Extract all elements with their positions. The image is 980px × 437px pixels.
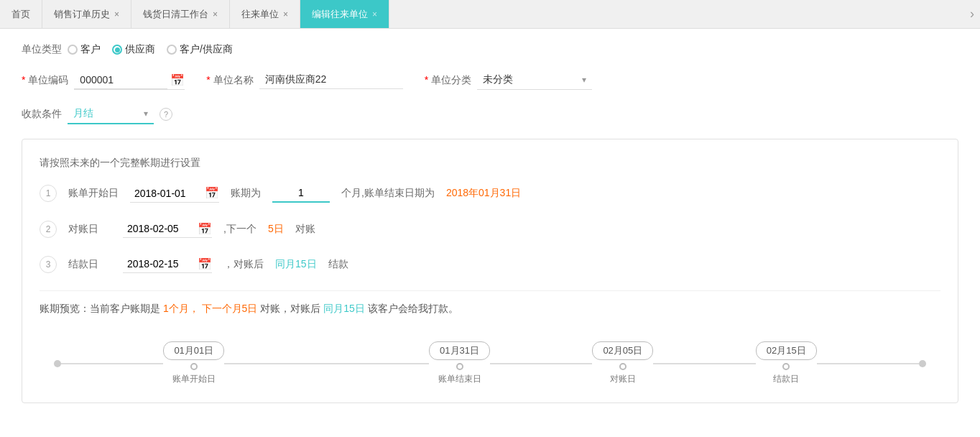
row3-suffix-after: 结款 (328, 258, 348, 271)
row3-date-input[interactable] (123, 255, 195, 272)
row1-mid-label: 账期为 (231, 187, 261, 200)
unit-type-label: 单位类型 (22, 43, 62, 56)
radio-customer[interactable]: 客户 (68, 43, 101, 56)
tl-connector-1 (224, 363, 429, 364)
tl-dot-1 (190, 363, 198, 370)
tl-connector-2 (490, 363, 592, 364)
help-text: ? (164, 110, 168, 119)
payment-terms-group: 收款条件 月结 ▾ ? (22, 104, 172, 124)
unit-category-value: 未分类 (483, 73, 576, 86)
row2-date-wrap: 📅 (123, 220, 212, 238)
timeline-end-dot (919, 360, 926, 367)
tab-partner-units-close[interactable]: × (283, 9, 288, 19)
preview-2: 下一个月5日 (202, 303, 258, 314)
radio-customer-circle (68, 45, 78, 55)
tl-pill-2: 01月31日 (429, 341, 490, 360)
payment-terms-row: 收款条件 月结 ▾ ? (22, 104, 958, 124)
unit-code-input-wrap: 📅 (74, 71, 185, 90)
unit-code-icon[interactable]: 📅 (170, 73, 185, 87)
preview-mid: 对账，对账后 (260, 303, 320, 314)
unit-code-label: 单位编码 (22, 74, 68, 87)
preview-section: 账期预览：当前客户账期是 1个月， 下一个月5日 对账，对账后 同月15日 该客… (40, 290, 940, 327)
tab-partner-units[interactable]: 往来单位 × (230, 0, 300, 28)
row3-calendar-icon[interactable]: 📅 (198, 257, 212, 271)
tl-connector-0 (61, 363, 163, 364)
preview-end: 该客户会给我打款。 (368, 303, 458, 314)
payment-terms-chevron: ▾ (144, 109, 148, 119)
unit-category-select[interactable]: 未分类 ▾ (477, 70, 592, 90)
tl-milestone-4: 02月15日 结款日 (756, 341, 817, 385)
row3-highlight: 同月15日 (275, 258, 317, 271)
tab-sales-order-history[interactable]: 销售订单历史 × (42, 0, 131, 28)
radio-supplier-circle (112, 45, 122, 55)
unit-name-label: 单位名称 (206, 74, 253, 87)
row2-highlight: 5日 (268, 223, 284, 236)
unit-type-row: 单位类型 客户 供应商 客户/供应商 (22, 43, 958, 56)
tab-cash-goods-workbench-close[interactable]: × (213, 9, 218, 19)
period-input[interactable] (272, 184, 330, 203)
unit-code-input[interactable] (74, 71, 167, 89)
unit-category-group: 单位分类 未分类 ▾ (425, 70, 592, 90)
row2-suffix-before: ,下一个 (223, 223, 256, 236)
row2-suffix-after: 对账 (295, 223, 315, 236)
payment-terms-select[interactable]: 月结 ▾ (68, 104, 154, 124)
tab-arrow[interactable]: › (964, 0, 980, 28)
row2-date-input[interactable] (123, 220, 195, 237)
unit-category-label: 单位分类 (425, 74, 471, 87)
tl-pill-3: 02月05日 (592, 341, 653, 360)
row3-suffix-before: ，对账后 (223, 258, 264, 271)
tab-edit-partner-units[interactable]: 编辑往来单位 × (300, 0, 389, 28)
radio-customer-supplier[interactable]: 客户/供应商 (167, 43, 233, 56)
preview-3: 同月15日 (323, 303, 365, 314)
arrow-right-icon: › (970, 6, 974, 22)
tab-home[interactable]: 首页 (0, 0, 42, 28)
row1-suffix: 个月,账单结束日期为 (341, 187, 435, 200)
tab-bar: 首页 销售订单历史 × 钱货日清工作台 × 往来单位 × 编辑往来单位 × › (0, 0, 980, 29)
unit-name-input[interactable] (259, 71, 403, 89)
tl-dot-2 (456, 363, 463, 370)
timeline-row-1: 1 账单开始日 📅 账期为 个月,账单结束日期为 2018年01月31日 (40, 184, 940, 203)
help-icon[interactable]: ? (160, 108, 172, 121)
row2-label: 对账日 (68, 223, 111, 236)
unit-code-group: 单位编码 📅 (22, 71, 185, 90)
unit-name-group: 单位名称 (206, 71, 402, 89)
preview-1: 1个月， (163, 303, 199, 314)
row1-label: 账单开始日 (68, 187, 119, 200)
step-num-3: 3 (40, 256, 57, 273)
card-section: 请按照未来的一个完整帐期进行设置 1 账单开始日 📅 账期为 个月,账单结束日期… (22, 139, 958, 403)
row2-calendar-icon[interactable]: 📅 (198, 222, 212, 236)
unit-info-row: 单位编码 📅 单位名称 单位分类 未分类 ▾ (22, 70, 958, 90)
tl-pill-1: 01月01日 (163, 341, 224, 360)
tl-connector-4 (817, 363, 919, 364)
tl-milestone-1: 01月01日 账单开始日 (163, 341, 224, 385)
radio-customer-supplier-label: 客户/供应商 (180, 43, 233, 56)
tab-edit-partner-units-close[interactable]: × (372, 9, 377, 19)
tab-partner-units-label: 往来单位 (241, 8, 279, 21)
row1-calendar-icon[interactable]: 📅 (205, 186, 219, 200)
tl-milestone-2: 01月31日 账单结束日 (429, 341, 490, 385)
radio-supplier[interactable]: 供应商 (112, 43, 155, 56)
step-num-1: 1 (40, 185, 57, 202)
tl-label-4: 结款日 (773, 373, 799, 385)
chevron-down-icon: ▾ (582, 75, 586, 85)
timeline-start-dot (54, 360, 61, 367)
tab-sales-order-history-label: 销售订单历史 (54, 8, 110, 21)
radio-supplier-label: 供应商 (125, 43, 155, 56)
row1-date-wrap: 📅 (130, 185, 219, 203)
payment-terms-label: 收款条件 (22, 108, 62, 121)
preview-label: 账期预览：当前客户账期是 (40, 303, 160, 314)
main-content: 单位类型 客户 供应商 客户/供应商 单位编码 (0, 29, 980, 437)
payment-terms-value: 月结 (73, 107, 138, 120)
tab-sales-order-history-close[interactable]: × (114, 9, 119, 19)
unit-type-group: 单位类型 客户 供应商 客户/供应商 (22, 43, 233, 56)
tl-label-3: 对账日 (610, 373, 636, 385)
row1-end-date: 2018年01月31日 (446, 187, 521, 200)
row3-label: 结款日 (68, 258, 111, 271)
row1-date-input[interactable] (130, 185, 202, 202)
tl-dot-4 (782, 363, 790, 370)
radio-customer-label: 客户 (80, 43, 101, 56)
timeline-bar: 01月01日 账单开始日 01月31日 账单结束日 02月05日 对账日 (40, 341, 940, 385)
tab-cash-goods-workbench[interactable]: 钱货日清工作台 × (131, 0, 230, 28)
tab-cash-goods-workbench-label: 钱货日清工作台 (143, 8, 208, 21)
unit-type-radio-group: 客户 供应商 客户/供应商 (68, 43, 233, 56)
